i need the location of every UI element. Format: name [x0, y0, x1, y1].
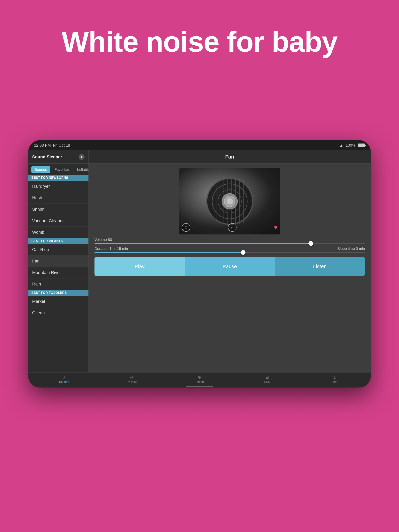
tab-lullabies[interactable]: Lullabies — [74, 166, 89, 173]
current-sound-title: Fan — [89, 154, 371, 160]
app-body: Sounds Favorites Lullabies BEST FOR NEWB… — [28, 164, 371, 372]
play-button[interactable]: Play — [95, 257, 185, 276]
category-infants: BEST FOR INFANTS — [28, 238, 89, 244]
pause-button[interactable]: Pause — [185, 257, 275, 276]
listen-button[interactable]: Listen — [275, 257, 365, 276]
duration-fill — [95, 252, 243, 253]
tab-sounds[interactable]: Sounds — [31, 166, 50, 173]
status-bar: 12:08 PM Fri Oct 18 ▲ 100% — [28, 140, 371, 150]
app-header: Sound Sleeper + Fan — [28, 150, 371, 164]
ssu-tab-label: SSU — [264, 380, 270, 383]
sidebar-header: Sound Sleeper + — [28, 150, 89, 163]
battery-indicator: 100% — [346, 143, 355, 148]
remote-tab-icon: ⊕ — [198, 375, 201, 380]
tracking-tab-icon: ◎ — [130, 375, 134, 380]
volume-label: Volume 80 — [95, 238, 112, 242]
volume-thumb — [309, 241, 313, 246]
tablet-device: 12:08 PM Fri Oct 18 ▲ 100% Sound Sleeper… — [28, 140, 371, 387]
volume-slider[interactable] — [95, 243, 365, 244]
fan-overlay-icons: ⏱ ⌂ ♥ — [182, 223, 278, 232]
fan-svg — [204, 176, 255, 227]
sound-car-ride[interactable]: Car Ride — [28, 244, 89, 255]
home-bar — [186, 386, 213, 387]
sidebar-list: BEST FOR NEWBORNS Hairdryer Hush Shhhh V… — [28, 175, 89, 372]
fan-visual: ⏱ ⌂ ♥ — [179, 168, 280, 234]
sleep-time-label: Sleep time 0 min — [337, 247, 365, 251]
category-newborns: BEST FOR NEWBORNS — [28, 175, 89, 181]
bottom-tab-bar: ♩ Sounds ◎ Tracking ⊕ Remote ⊞ SSU ℹ I — [28, 372, 371, 386]
action-buttons: Play Pause Listen — [95, 257, 365, 276]
app-content: Sound Sleeper + Fan Sounds Favorites Lul… — [28, 150, 371, 387]
app-name: Sound Sleeper — [32, 154, 62, 159]
home-indicator — [28, 386, 371, 387]
tab-ssu-bottom[interactable]: ⊞ SSU — [259, 375, 275, 383]
sound-mountain-river[interactable]: Mountain River — [28, 267, 89, 279]
tab-favorites[interactable]: Favorites — [51, 166, 73, 173]
main-content: ⏱ ⌂ ♥ Volume 80 — [89, 164, 371, 372]
tab-info-bottom[interactable]: ℹ Info — [327, 375, 343, 383]
controls-section: Volume 80 Duration 1 hr 15 min Sle — [95, 238, 365, 253]
sound-womb[interactable]: Womb — [28, 227, 89, 238]
duration-thumb — [241, 250, 245, 255]
volume-fill — [95, 243, 311, 244]
battery-icon — [358, 144, 365, 147]
sound-market[interactable]: Market — [28, 296, 89, 307]
sound-vacuum-cleaner[interactable]: Vacuum Cleaner — [28, 215, 89, 227]
info-tab-label: Info — [333, 380, 337, 383]
sounds-tab-icon: ♩ — [63, 375, 65, 380]
status-time: 12:08 PM Fri Oct 18 — [34, 143, 70, 148]
remote-tab-label: Remote — [194, 380, 205, 383]
duration-slider[interactable] — [95, 252, 365, 253]
tab-tracking-bottom[interactable]: ◎ Tracking — [124, 375, 140, 383]
page-title: White noise for baby — [0, 25, 399, 58]
sidebar: Sounds Favorites Lullabies BEST FOR NEWB… — [28, 164, 89, 372]
fan-image: ⏱ ⌂ ♥ — [179, 168, 280, 234]
duration-label: Duration 1 hr 15 min — [95, 247, 128, 251]
sound-shhhh[interactable]: Shhhh — [28, 204, 89, 215]
sound-hush[interactable]: Hush — [28, 192, 89, 204]
wifi-icon: ▲ — [339, 143, 343, 148]
sound-rain[interactable]: Rain — [28, 279, 89, 290]
sounds-tab-label: Sounds — [59, 380, 69, 383]
favorite-button[interactable]: ♥ — [274, 224, 278, 231]
timer-button[interactable]: ⏱ — [182, 223, 190, 232]
tab-sounds-bottom[interactable]: ♩ Sounds — [56, 375, 72, 383]
tab-remote-bottom[interactable]: ⊕ Remote — [192, 375, 207, 383]
ssu-tab-icon: ⊞ — [265, 375, 269, 380]
svg-point-11 — [227, 198, 233, 204]
settings-button[interactable]: ⌂ — [228, 223, 237, 232]
sound-ocean[interactable]: Ocean — [28, 307, 89, 319]
sound-fan[interactable]: Fan — [28, 255, 89, 267]
sound-hairdryer[interactable]: Hairdryer — [28, 181, 89, 192]
category-toddlers: BEST FOR TODDLERS — [28, 290, 89, 296]
sidebar-tabs: Sounds Favorites Lullabies — [28, 164, 89, 175]
add-button[interactable]: + — [79, 154, 84, 160]
page-background: White noise for baby 12:08 PM Fri Oct 18… — [0, 0, 399, 532]
tracking-tab-label: Tracking — [126, 380, 137, 383]
info-tab-icon: ℹ — [334, 375, 336, 380]
